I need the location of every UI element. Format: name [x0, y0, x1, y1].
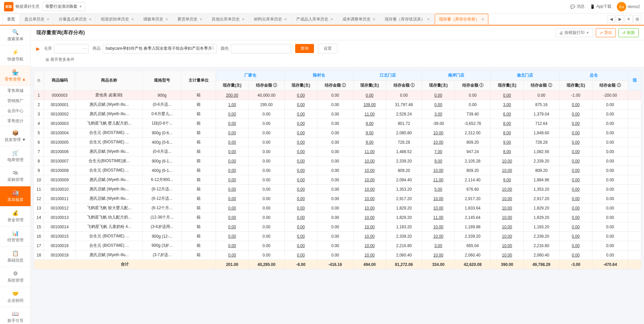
tab-4-close[interactable]: ✕ — [165, 17, 168, 21]
sidebar-item-retail-stat[interactable]: 零售统计 — [0, 116, 31, 126]
tab-home[interactable]: 首页 — [3, 14, 19, 25]
row-yb-qty[interactable]: 10.00 — [491, 194, 524, 203]
tab-8[interactable]: 产成品入库单历史 ✕ — [292, 14, 337, 25]
row-fj-qty[interactable]: 0.00 — [216, 147, 249, 156]
row-jb-qty[interactable]: 11.00 — [353, 109, 386, 119]
row-zc-qty[interactable]: 0.00 — [559, 232, 592, 241]
sidebar-item-guide[interactable]: 📖 新手引导 — [0, 307, 31, 324]
row-jb-qty[interactable]: 11.00 — [353, 147, 386, 156]
row-zc-qty[interactable]: 0.00 — [559, 185, 592, 194]
tab-10[interactable]: 现存量（库存状况表） ✕ — [380, 14, 434, 25]
row-zc-qty[interactable]: 0.00 — [559, 213, 592, 222]
row-cc-qty[interactable]: 0.00 — [284, 222, 317, 232]
sidebar-item-ecom[interactable]: 🛒 电商管理 — [0, 146, 31, 167]
row-yb-qty[interactable]: 9.00 — [491, 175, 524, 185]
row-jb-qty[interactable]: 10.00 — [353, 250, 386, 260]
row-jb-qty[interactable]: 10.00 — [353, 156, 386, 166]
row-yb-qty[interactable]: 10.00 — [491, 250, 524, 260]
row-jb-qty[interactable]: 0.00 — [353, 91, 386, 100]
row-na-qty[interactable]: 11.00 — [422, 213, 455, 222]
row-jb-qty[interactable]: 10.00 — [353, 166, 386, 175]
row-na-qty[interactable]: 10.00 — [422, 232, 455, 241]
row-fj-qty[interactable]: 0.00 — [216, 175, 249, 185]
row-yb-qty[interactable]: 9.00 — [491, 138, 524, 147]
row-zc-qty[interactable]: 0.00 — [559, 147, 592, 156]
tab-11-close[interactable]: ✕ — [481, 17, 484, 21]
goods-input[interactable] — [103, 44, 217, 53]
row-yb-qty[interactable]: 10.00 — [491, 241, 524, 250]
row-na-qty[interactable]: 10.00 — [422, 194, 455, 203]
row-cc-qty[interactable]: 0.00 — [284, 203, 317, 213]
row-cc-qty[interactable]: 0.00 — [284, 166, 317, 175]
row-yb-qty[interactable]: 10.00 — [491, 222, 524, 232]
row-na-qty[interactable]: 7.00 — [422, 147, 455, 156]
row-jb-qty[interactable]: 10.00 — [353, 175, 386, 185]
row-cc-qty[interactable]: 0.00 — [284, 119, 317, 128]
tab-1[interactable]: 盘点单历史 ✕ — [20, 14, 54, 25]
row-zc-qty[interactable]: 0.00 — [559, 241, 592, 250]
row-fj-qty[interactable]: 0.00 — [216, 166, 249, 175]
tab-expand-btn[interactable]: ⊞ — [633, 15, 641, 23]
row-zc-qty[interactable]: -1.00 — [559, 91, 592, 100]
tab-8-close[interactable]: ✕ — [330, 17, 333, 21]
tab-3-close[interactable]: ✕ — [131, 17, 134, 21]
row-fj-qty[interactable]: 1.00 — [216, 100, 249, 109]
row-fj-qty[interactable]: 0.00 — [216, 203, 249, 213]
row-yb-qty[interactable]: 0.00 — [491, 91, 524, 100]
row-zc-qty[interactable]: 0.00 — [559, 156, 592, 166]
refresh-btn[interactable]: ↺ 刷新 — [619, 28, 639, 37]
row-cc-qty[interactable]: 0.00 — [284, 250, 317, 260]
tab-close-all-btn[interactable]: ✕ — [625, 15, 633, 23]
row-fj-qty[interactable]: 0.00 — [216, 250, 249, 260]
sidebar-item-purchase[interactable]: 🛍 采购管理 — [0, 167, 31, 186]
tab-10-close[interactable]: ✕ — [427, 17, 430, 21]
app-download-btn[interactable]: 📱 App下载 — [590, 4, 611, 9]
tab-6-close[interactable]: ✕ — [242, 17, 245, 21]
tab-2-close[interactable]: ✕ — [89, 17, 92, 21]
row-cc-qty[interactable]: 0.00 — [284, 109, 317, 119]
row-na-qty[interactable]: 9.00 — [422, 156, 455, 166]
row-zc-qty[interactable]: 0.00 — [559, 194, 592, 203]
sidebar-item-ops[interactable]: 📊 经营管理 — [0, 227, 31, 247]
sidebar-item-system[interactable]: ⚙ 系统管理 — [0, 267, 31, 287]
row-jb-qty[interactable]: 10.00 — [353, 222, 386, 232]
row-yb-qty[interactable]: 3.00 — [491, 100, 524, 109]
row-fj-qty[interactable]: 0.00 — [216, 194, 249, 203]
row-na-qty[interactable]: 0.00 — [422, 91, 455, 100]
row-yb-qty[interactable]: 8.00 — [491, 147, 524, 156]
sidebar-item-search[interactable]: 🔍 搜索英单 — [0, 26, 31, 46]
row-na-qty[interactable]: 10.00 — [422, 138, 455, 147]
row-cc-qty[interactable]: 0.00 — [284, 138, 317, 147]
row-jb-qty[interactable]: 10.00 — [353, 185, 386, 194]
expand-conditions-btn[interactable]: ⊞ 展开更多条件 — [43, 55, 77, 64]
row-cc-qty[interactable]: 0.00 — [284, 91, 317, 100]
row-yb-qty[interactable]: 10.00 — [491, 232, 524, 241]
row-na-qty[interactable]: 10.00 — [422, 203, 455, 213]
store-selector[interactable]: 母婴行业演示陈套 ▼ — [42, 2, 85, 11]
row-zc-qty[interactable]: 0.00 — [559, 222, 592, 232]
sidebar-item-marketing[interactable]: 营销推广 — [0, 96, 31, 106]
tab-7[interactable]: 材料出库单历史 ✕ — [250, 14, 291, 25]
row-yb-qty[interactable]: 8.00 — [491, 128, 524, 138]
user-info[interactable]: Ea demo2 — [617, 2, 640, 11]
row-zc-qty[interactable]: 0.00 — [559, 128, 592, 138]
export-btn[interactable]: ↗ 导出 — [596, 28, 616, 37]
row-cc-qty[interactable]: 0.00 — [284, 241, 317, 250]
row-jb-qty[interactable]: 10.00 — [353, 241, 386, 250]
tab-1-close[interactable]: ✕ — [47, 17, 49, 21]
row-jb-qty[interactable]: 10.00 — [353, 194, 386, 203]
sidebar-item-basic[interactable]: 📋 基础信息 — [0, 247, 31, 267]
row-na-qty[interactable]: 10.00 — [422, 128, 455, 138]
gear-icon[interactable]: ⚙ — [37, 78, 41, 83]
row-jb-qty[interactable]: 10.00 — [353, 203, 386, 213]
row-cc-qty[interactable]: 0.00 — [284, 213, 317, 222]
row-zc-qty[interactable]: 0.00 — [559, 203, 592, 213]
tab-4[interactable]: 调拨单历史 ✕ — [139, 14, 172, 25]
row-na-qty[interactable]: 0.00 — [422, 100, 455, 109]
sidebar-item-retail-mgmt[interactable]: 🏪 零售管理 ▲ — [0, 66, 31, 86]
row-zc-qty[interactable]: 0.00 — [559, 138, 592, 147]
row-zc-qty[interactable]: 0.00 — [559, 119, 592, 128]
row-jb-qty[interactable]: 109.00 — [353, 100, 386, 109]
row-cc-qty[interactable]: 0.00 — [284, 100, 317, 109]
table-area[interactable]: ⚙ 商品编码 商品名称 规格型号 主计量单位 厂家仓 陈村仓 江北门店 南岸门店… — [31, 67, 644, 324]
